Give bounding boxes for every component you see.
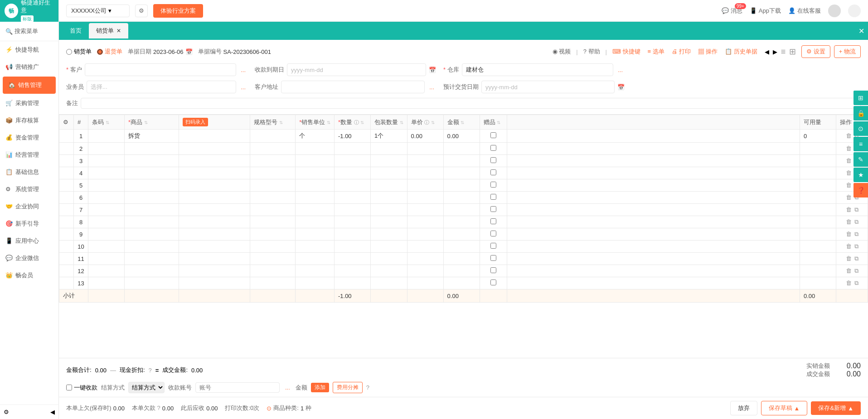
row-price[interactable]: [407, 179, 443, 192]
row-unit[interactable]: [296, 216, 335, 228]
row-product[interactable]: [125, 241, 179, 253]
shortcut-btn[interactable]: ⌨ 快捷键: [611, 47, 642, 57]
row-qty[interactable]: [334, 192, 370, 204]
customer-addr-input[interactable]: [281, 81, 425, 93]
radio-return-order[interactable]: 退货单: [97, 48, 122, 56]
row-amount[interactable]: [443, 204, 480, 216]
row-unit[interactable]: [296, 277, 335, 289]
delete-row-icon[interactable]: 🗑: [846, 169, 852, 177]
row-pack-qty[interactable]: [370, 167, 407, 179]
salesperson-input[interactable]: 选择...: [87, 81, 236, 93]
row-amount[interactable]: [443, 216, 480, 228]
row-product[interactable]: [125, 192, 179, 204]
row-remark[interactable]: [507, 204, 800, 216]
row-gift-cell[interactable]: [480, 143, 507, 155]
sidebar-item-marketing[interactable]: 📢营销推广: [0, 58, 58, 76]
radio-sales-order[interactable]: 销货单: [66, 48, 92, 56]
payment-due-calendar-icon[interactable]: 📅: [429, 67, 436, 73]
row-qty[interactable]: [334, 216, 370, 228]
row-pack-qty[interactable]: [370, 216, 407, 228]
row-product[interactable]: [125, 179, 179, 192]
row-unit[interactable]: 个: [296, 130, 335, 143]
float-btn-3[interactable]: ⊙: [853, 121, 868, 136]
row-spec[interactable]: [250, 192, 296, 204]
row-gift-cell[interactable]: [480, 277, 507, 289]
add-payment-button[interactable]: 添加: [311, 383, 329, 392]
row-product[interactable]: [125, 167, 179, 179]
delete-row-icon[interactable]: 🗑: [846, 218, 852, 226]
delete-row-icon[interactable]: 🗑: [846, 157, 852, 164]
row-barcode[interactable]: [88, 143, 125, 155]
sidebar-item-purchase[interactable]: 🛒采购管理: [0, 95, 58, 112]
row-product[interactable]: [125, 143, 179, 155]
row-amount[interactable]: [443, 179, 480, 192]
row-price[interactable]: [407, 228, 443, 241]
row-barcode[interactable]: [88, 204, 125, 216]
current-missing-help[interactable]: ?: [157, 405, 160, 411]
row-remark[interactable]: [507, 216, 800, 228]
row-amount[interactable]: [443, 241, 480, 253]
close-all-tabs[interactable]: ✕: [858, 27, 864, 35]
sidebar-item-guide[interactable]: 🎯新手引导: [0, 215, 58, 232]
row-pack-qty[interactable]: [370, 179, 407, 192]
warehouse-more-icon[interactable]: ...: [616, 67, 625, 73]
row-price[interactable]: [407, 277, 443, 289]
scan-input-button[interactable]: 扫码录入: [183, 118, 208, 126]
row-price[interactable]: [407, 265, 443, 277]
row-unit[interactable]: [296, 167, 335, 179]
row-amount[interactable]: 0.00: [443, 130, 480, 143]
account-input[interactable]: [195, 382, 280, 393]
copy-row-icon[interactable]: ⧉: [854, 218, 858, 226]
sidebar-item-wechat[interactable]: 💬企业微信: [0, 250, 58, 267]
row-amount[interactable]: [443, 277, 480, 289]
select-order-btn[interactable]: ≡ 选单: [646, 47, 666, 57]
expense-split-button[interactable]: 费用分摊: [333, 382, 363, 393]
row-qty[interactable]: [334, 265, 370, 277]
row-gift-checkbox[interactable]: [490, 206, 496, 212]
row-remark[interactable]: [507, 277, 800, 289]
row-price[interactable]: [407, 167, 443, 179]
row-spec[interactable]: [250, 228, 296, 241]
row-gift-cell[interactable]: [480, 204, 507, 216]
row-unit[interactable]: [296, 143, 335, 155]
collapse-icon[interactable]: ◀: [50, 409, 55, 415]
row-gift-checkbox[interactable]: [490, 145, 496, 151]
row-unit[interactable]: [296, 204, 335, 216]
row-pack-qty[interactable]: [370, 228, 407, 241]
trial-button[interactable]: 体验行业方案: [153, 4, 203, 18]
app-download-button[interactable]: 📱 App下载: [750, 7, 781, 15]
row-qty[interactable]: [334, 228, 370, 241]
delete-row-icon[interactable]: 🗑: [846, 255, 852, 262]
row-unit[interactable]: [296, 253, 335, 265]
row-qty[interactable]: [334, 277, 370, 289]
row-product[interactable]: [125, 253, 179, 265]
row-gift-checkbox[interactable]: [490, 243, 496, 249]
row-unit[interactable]: [296, 155, 335, 167]
row-amount[interactable]: [443, 155, 480, 167]
row-product[interactable]: [125, 216, 179, 228]
video-btn[interactable]: ◉ 视频: [551, 47, 573, 57]
company-selector[interactable]: XXXXXX公司 ▾: [66, 5, 130, 17]
delete-row-icon[interactable]: 🗑: [846, 231, 852, 238]
print-btn[interactable]: 🖨 打印: [670, 47, 693, 57]
radio-sales-input[interactable]: [66, 49, 72, 55]
row-barcode[interactable]: [88, 155, 125, 167]
row-unit[interactable]: [296, 241, 335, 253]
row-spec[interactable]: [250, 241, 296, 253]
help-btn[interactable]: ? 帮助: [582, 47, 602, 57]
row-remark[interactable]: [507, 192, 800, 204]
row-barcode[interactable]: [88, 241, 125, 253]
delete-row-icon[interactable]: 🗑: [846, 194, 852, 201]
sidebar-item-operations[interactable]: 📊经营管理: [0, 146, 58, 164]
row-spec[interactable]: [250, 130, 296, 143]
row-barcode[interactable]: [88, 192, 125, 204]
row-spec[interactable]: [250, 265, 296, 277]
row-product[interactable]: [125, 265, 179, 277]
sidebar-item-inventory[interactable]: 📦库存核算: [0, 112, 58, 129]
row-qty[interactable]: [334, 155, 370, 167]
notes-input[interactable]: [81, 98, 861, 109]
delete-row-icon[interactable]: 🗑: [846, 145, 852, 152]
row-spec[interactable]: [250, 167, 296, 179]
row-price[interactable]: [407, 253, 443, 265]
row-barcode[interactable]: [88, 167, 125, 179]
